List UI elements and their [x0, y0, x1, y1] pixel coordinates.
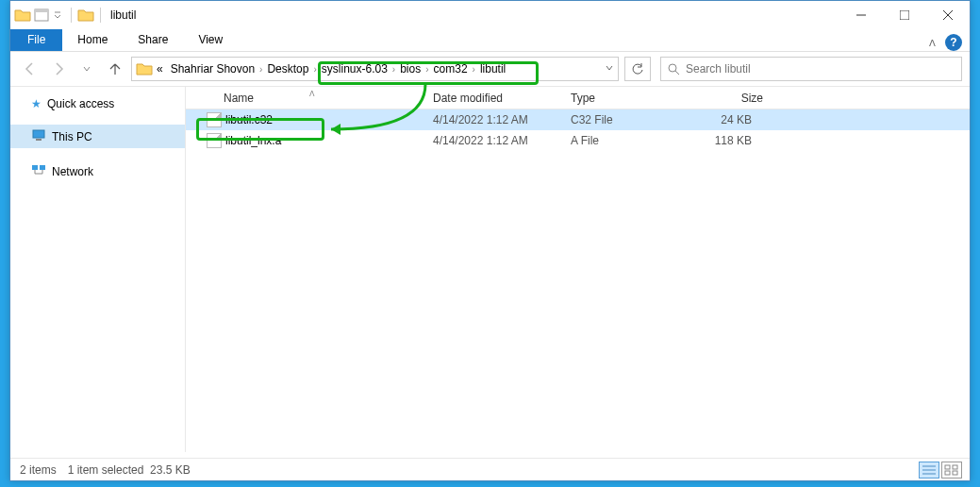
folder-icon	[14, 7, 31, 24]
file-row[interactable]: libutil_lnx.a4/14/2022 1:12 AMA File118 …	[186, 130, 970, 151]
file-icon	[207, 133, 222, 148]
breadcrumb-item[interactable]: bios	[396, 62, 424, 76]
file-date: 4/14/2022 1:12 AM	[433, 134, 571, 147]
file-size: 24 KB	[680, 113, 763, 126]
network-icon	[31, 162, 46, 180]
nav-recent-dropdown[interactable]	[75, 57, 99, 81]
sidebar-quick-access[interactable]: ★ Quick access	[10, 94, 185, 113]
tab-view[interactable]: View	[183, 28, 238, 51]
tab-share[interactable]: Share	[123, 28, 183, 51]
view-large-icons-button[interactable]	[941, 462, 962, 479]
sidebar-label: Quick access	[47, 97, 114, 110]
file-date: 4/14/2022 1:12 AM	[433, 113, 571, 126]
svg-point-7	[669, 64, 676, 72]
tab-home[interactable]: Home	[62, 28, 123, 51]
file-tab[interactable]: File	[10, 28, 62, 51]
title-separator	[100, 8, 101, 23]
maximize-button[interactable]	[883, 1, 926, 29]
location-folder-icon	[77, 7, 94, 24]
breadcrumb-item[interactable]: Shahriar Shovon	[167, 62, 258, 76]
breadcrumb-item[interactable]: Desktop	[263, 62, 312, 76]
status-item-count: 2 items	[20, 463, 57, 477]
file-name: libutil.c32	[225, 113, 273, 126]
sidebar-network[interactable]: Network	[10, 160, 185, 183]
qat-dropdown-icon[interactable]	[54, 11, 61, 19]
window-title: libutil	[107, 8, 136, 22]
address-bar[interactable]: « Shahriar Shovon›Desktop›syslinux-6.03›…	[131, 57, 619, 81]
star-icon: ★	[31, 97, 42, 110]
pc-icon	[31, 127, 46, 145]
minimize-button[interactable]	[839, 1, 883, 29]
column-size[interactable]: Size	[680, 92, 763, 105]
breadcrumb-item[interactable]: com32	[430, 62, 472, 76]
status-selected-size: 23.5 KB	[150, 463, 191, 477]
column-headers: ᐱName Date modified Type Size	[186, 87, 970, 109]
svg-rect-1	[35, 9, 48, 12]
nav-back-button[interactable]	[18, 57, 42, 81]
help-icon[interactable]: ?	[945, 34, 962, 51]
status-selected-count: 1 item selected	[68, 463, 144, 477]
svg-rect-22	[953, 471, 957, 475]
file-name: libutil_lnx.a	[225, 134, 281, 147]
svg-rect-20	[953, 465, 957, 469]
file-size: 118 KB	[680, 134, 763, 147]
svg-rect-11	[32, 165, 38, 170]
file-row[interactable]: libutil.c324/14/2022 1:12 AMC32 File24 K…	[186, 109, 970, 130]
nav-up-button[interactable]	[103, 57, 127, 81]
file-icon	[207, 112, 222, 127]
svg-rect-12	[40, 165, 45, 170]
ribbon: File Home Share View ᐱ ?	[10, 29, 970, 52]
explorer-window: libutil File Home Share View ᐱ ? « Shahr…	[9, 0, 971, 481]
navigation-pane: ★ Quick access This PC Network	[10, 87, 186, 452]
breadcrumb-item[interactable]: syslinux-6.03	[318, 62, 391, 76]
nav-bar: « Shahriar Shovon›Desktop›syslinux-6.03›…	[10, 52, 970, 86]
breadcrumb-item[interactable]: libutil	[476, 62, 509, 76]
status-bar: 2 items 1 item selected 23.5 KB	[10, 458, 970, 480]
close-button[interactable]	[926, 1, 970, 29]
ribbon-collapse-icon[interactable]: ᐱ	[923, 38, 941, 48]
svg-rect-10	[36, 139, 42, 141]
search-icon	[667, 62, 680, 76]
view-details-button[interactable]	[919, 462, 939, 479]
file-type: C32 File	[571, 113, 680, 126]
sort-asc-icon: ᐱ	[309, 90, 314, 98]
titlebar: libutil	[10, 1, 970, 29]
address-dropdown-icon[interactable]	[605, 63, 614, 75]
content-area: ★ Quick access This PC Network ᐱName	[10, 86, 970, 452]
column-date[interactable]: Date modified	[433, 92, 571, 105]
svg-rect-21	[945, 471, 950, 475]
svg-rect-9	[33, 130, 44, 138]
column-name[interactable]: ᐱName	[186, 92, 433, 105]
sidebar-label: This PC	[52, 130, 92, 143]
column-type[interactable]: Type	[571, 92, 680, 105]
file-list: ᐱName Date modified Type Size libutil.c3…	[186, 87, 970, 452]
svg-line-8	[675, 71, 679, 75]
nav-forward-button[interactable]	[46, 57, 71, 81]
file-type: A File	[571, 134, 680, 147]
breadcrumb-overflow[interactable]: «	[153, 62, 167, 76]
sidebar-label: Network	[52, 165, 93, 178]
refresh-button[interactable]	[624, 57, 651, 81]
search-input[interactable]	[680, 62, 955, 76]
search-box[interactable]	[660, 57, 962, 81]
title-separator	[71, 8, 72, 23]
app-icon[interactable]	[33, 7, 50, 24]
svg-rect-4	[900, 10, 909, 20]
address-folder-icon	[136, 60, 153, 77]
sidebar-this-pc[interactable]: This PC	[10, 125, 185, 148]
svg-rect-19	[945, 465, 950, 469]
